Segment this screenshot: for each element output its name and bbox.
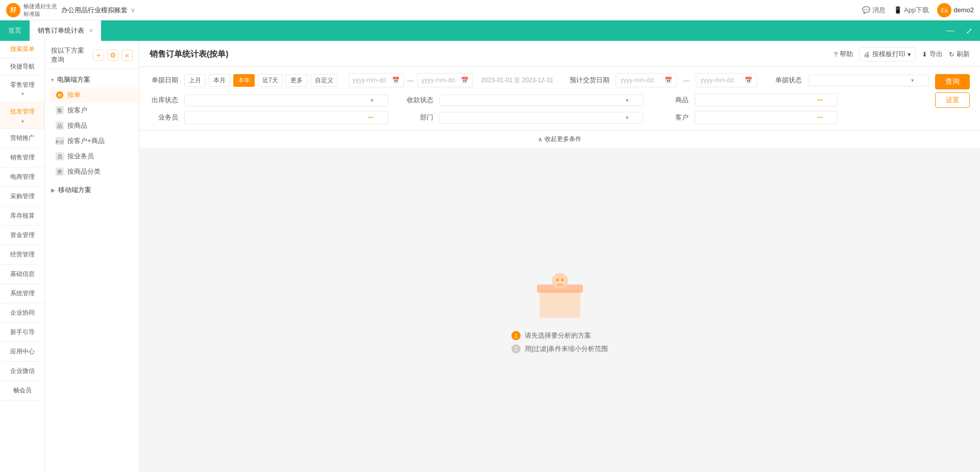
plan-item-by-order[interactable]: 单 按单: [49, 87, 139, 103]
filter-row-2: 出库状态 ▾ 收款状态 ▾ 商品: [150, 93, 929, 107]
date-last-month-button[interactable]: 上月: [184, 74, 206, 87]
date-custom-button[interactable]: 自定义: [310, 74, 338, 87]
sidebar-item-operations[interactable]: 经营管理: [0, 245, 44, 265]
user-area[interactable]: Ea demo2: [937, 3, 974, 17]
query-button[interactable]: 查询: [935, 74, 970, 89]
sidebar-item-sales[interactable]: 销售管理: [0, 148, 44, 168]
help-button[interactable]: ? 帮助: [834, 50, 853, 59]
tab-minimize-button[interactable]: —: [943, 23, 958, 38]
customer-more-icon[interactable]: ···: [817, 113, 823, 122]
tab-close-icon[interactable]: ×: [89, 27, 93, 34]
page-header-actions: ? 帮助 🖨 按模板打印 ▾ ⬇ 导出 ↻: [834, 47, 970, 61]
goods-select[interactable]: ···: [695, 93, 838, 107]
sidebar-quick-nav[interactable]: 快捷导航: [0, 58, 44, 76]
svg-point-16: [561, 278, 564, 281]
date-last7-button[interactable]: 近7天: [258, 74, 283, 87]
customer-label: 客户: [660, 113, 689, 122]
plan-item-by-goods-category[interactable]: 类 按商品分类: [49, 164, 139, 179]
main-layout: 搜索菜单 快捷导航 零售管理 ▾ 批发管理 ▴ 营销推广 销售管理 电商管理 采…: [0, 41, 980, 472]
mobile-category-label: 移动端方案: [58, 185, 91, 195]
left-panel-header: 按以下方案查询 + ⚙ «: [45, 41, 139, 69]
settings-plan-button[interactable]: ⚙: [107, 50, 118, 61]
date-more-button[interactable]: 更多: [286, 74, 307, 87]
out-status-select[interactable]: ▾: [184, 95, 388, 106]
plan-item-icon-goods-category: 类: [55, 167, 64, 176]
sidebar-item-retail[interactable]: 零售管理 ▾: [0, 76, 44, 102]
plan-item-by-goods[interactable]: 品 按商品: [49, 118, 139, 133]
pc-plan-category[interactable]: ▾ 电脑端方案: [45, 72, 139, 87]
salesperson-label: 业务员: [150, 113, 178, 122]
empty-state: 1 请先选择要分析的方案 2 用[过滤]条件来缩小分析范围: [139, 148, 980, 472]
plan-item-icon-goods: 品: [55, 121, 64, 130]
refresh-button[interactable]: ↻ 刷新: [949, 50, 970, 59]
hint-number-1: 1: [511, 331, 521, 340]
sidebar-arrow-retail: ▾: [21, 91, 24, 97]
plan-item-by-customer[interactable]: 客 按客户: [49, 103, 139, 118]
expected-date-label: 预计交货日期: [570, 76, 609, 85]
customer-select[interactable]: ···: [695, 111, 838, 124]
sidebar-item-label-member: 畅会员: [13, 386, 32, 395]
export-button[interactable]: ⬇ 导出: [922, 50, 943, 59]
tab-sales-order-stats[interactable]: 销售订单统计表 ×: [30, 20, 101, 41]
out-status-label: 出库状态: [150, 96, 178, 105]
print-button[interactable]: 🖨 按模板打印 ▾: [859, 47, 916, 61]
gear-icon: ⚙: [110, 51, 116, 59]
expected-delivery-end[interactable]: yyyy-mm-dd 📅: [696, 73, 757, 87]
expected-date-end-input[interactable]: yyyy-mm-dd 📅: [417, 73, 473, 87]
sidebar-item-new-guide[interactable]: 新手引导: [0, 323, 44, 342]
breadcrumb[interactable]: 办公用品行业模拟账套 ∨: [61, 6, 135, 15]
hint-number-2: 2: [511, 344, 521, 353]
sidebar-item-system[interactable]: 系统管理: [0, 284, 44, 303]
plan-item-by-salesperson[interactable]: 员 按业务员: [49, 149, 139, 164]
message-button[interactable]: 💬 消息: [862, 6, 886, 15]
sidebar-item-member[interactable]: 畅会员: [0, 381, 44, 400]
download-icon: 📱: [894, 6, 902, 14]
sidebar-item-purchase[interactable]: 采购管理: [0, 187, 44, 206]
home-tab-label: 首页: [8, 26, 21, 35]
date-this-month-button[interactable]: 本月: [209, 74, 230, 87]
plan-item-by-customer-goods[interactable]: 客+品 按客户+商品: [49, 133, 139, 149]
tab-maximize-button[interactable]: ⤢: [962, 23, 976, 38]
hint-text-2: 用[过滤]条件来缩小分析范围: [525, 344, 608, 353]
sidebar-item-wholesale[interactable]: 批发管理 ▴: [0, 102, 44, 129]
tab-home[interactable]: 首页: [0, 20, 30, 41]
sidebar-item-marketing[interactable]: 营销推广: [0, 129, 44, 148]
add-plan-button[interactable]: +: [93, 50, 104, 61]
expected-delivery-start[interactable]: yyyy-mm-dd 📅: [616, 73, 677, 87]
expected-date-start-input[interactable]: yyyy-mm-dd 📅: [348, 73, 404, 87]
page-header: 销售订单统计表(按单) ? 帮助 🖨 按模板打印 ▾ ⬇: [139, 41, 980, 67]
calendar-icon2: 📅: [745, 77, 752, 84]
help-label: 帮助: [840, 50, 853, 59]
mobile-plan-category[interactable]: ▶ 移动端方案: [45, 182, 139, 198]
collection-status-select[interactable]: ▾: [439, 95, 644, 106]
goods-more-icon[interactable]: ···: [817, 96, 823, 104]
hint-text-1: 请先选择要分析的方案: [525, 331, 591, 340]
plan-item-icon-order: 单: [55, 90, 64, 100]
plan-item-icon-salesperson: 员: [55, 152, 64, 161]
sidebar-item-inventory[interactable]: 库存核算: [0, 206, 44, 226]
salesperson-more-icon[interactable]: ···: [368, 113, 374, 122]
sidebar-item-label-sales: 销售管理: [10, 153, 35, 162]
app-download-button[interactable]: 📱 App下载: [894, 6, 929, 15]
dept-select[interactable]: ▾: [439, 112, 644, 124]
sidebar-item-app-center[interactable]: 应用中心: [0, 342, 44, 362]
setting-button[interactable]: 设置: [935, 92, 970, 108]
status-select[interactable]: ▾: [808, 75, 929, 86]
sidebar-search-menu[interactable]: 搜索菜单: [0, 41, 44, 58]
collapse-panel-button[interactable]: «: [121, 50, 133, 61]
top-bar-left: 好 畅捷通好生意 标准版 办公用品行业模拟账套 ∨: [6, 3, 135, 17]
svg-text:员: 员: [57, 154, 62, 159]
logo-icon: 好: [6, 3, 20, 17]
empty-hint-1: 1 请先选择要分析的方案: [511, 331, 608, 340]
date-this-year-button[interactable]: 本年: [233, 74, 255, 87]
sidebar-item-enterprise-collab[interactable]: 企业协同: [0, 303, 44, 323]
sidebar-item-wechat[interactable]: 企业微信: [0, 362, 44, 381]
breadcrumb-text: 办公用品行业模拟账套: [61, 6, 128, 15]
sidebar-item-ecommerce[interactable]: 电商管理: [0, 168, 44, 187]
sidebar-item-finance[interactable]: 资金管理: [0, 226, 44, 245]
salesperson-select[interactable]: ···: [184, 111, 388, 124]
message-icon: 💬: [862, 6, 870, 14]
sidebar-item-basic-info[interactable]: 基础信息: [0, 265, 44, 284]
collapse-bar[interactable]: ∧ 收起更多条件: [139, 130, 980, 148]
sidebar-item-label-purchase: 采购管理: [10, 192, 35, 201]
